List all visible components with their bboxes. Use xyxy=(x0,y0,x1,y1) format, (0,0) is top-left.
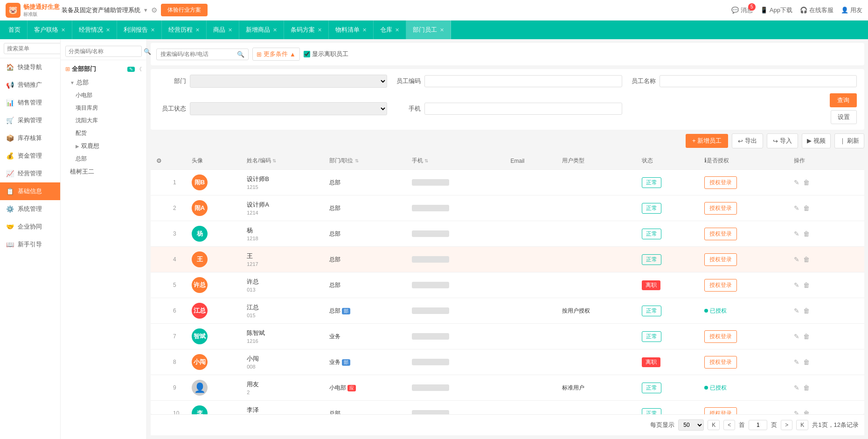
next-page-btn[interactable]: > xyxy=(781,420,792,430)
edit-icon[interactable]: ✎ xyxy=(794,307,799,314)
edit-icon[interactable]: ✎ xyxy=(794,358,799,366)
tab-goods[interactable]: 商品 ✕ xyxy=(207,21,239,39)
sidebar-item-collab[interactable]: 🤝 企业协同 xyxy=(0,218,60,236)
row-avatar[interactable]: 闹B xyxy=(186,170,241,195)
row-name-code[interactable]: 杨1218 xyxy=(241,221,324,247)
show-former-checkbox[interactable] xyxy=(304,51,310,57)
sidebar-item-guide[interactable]: 📖 新手引导 xyxy=(0,236,60,253)
sort-name-icon[interactable]: ⇅ xyxy=(272,158,276,163)
filter-phone-input[interactable] xyxy=(424,103,622,115)
row-name-code[interactable]: 江总015 xyxy=(241,298,324,324)
row-name-code[interactable]: 陈智斌1216 xyxy=(241,324,324,349)
export-btn[interactable]: ↩ 导出 xyxy=(732,133,763,148)
auth-login-btn[interactable]: 授权登录 xyxy=(704,356,737,369)
th-name-code[interactable]: 姓名/编码 ⇅ xyxy=(241,152,324,170)
edit-icon[interactable]: ✎ xyxy=(794,179,799,186)
tab-customer-close[interactable]: ✕ xyxy=(61,27,65,33)
view-btn[interactable]: ▶ 视频 xyxy=(802,133,830,148)
sort-phone-icon[interactable]: ⇅ xyxy=(424,158,428,163)
delete-icon[interactable]: 🗑 xyxy=(803,256,810,263)
row-avatar[interactable]: 许总 xyxy=(186,272,241,298)
tab-barcode-close[interactable]: ✕ xyxy=(318,27,322,33)
tab-operation[interactable]: 经营情况 ✕ xyxy=(72,21,117,39)
emp-search-input[interactable] xyxy=(160,51,235,57)
row-name-code[interactable]: 许总013 xyxy=(241,272,324,298)
user-area[interactable]: 👤 用友 xyxy=(841,6,862,14)
dept-sub-item-project[interactable]: 项目库房 xyxy=(61,102,146,114)
prev-page-btn[interactable]: < xyxy=(723,420,735,430)
row-auth[interactable]: 授权登录 xyxy=(699,401,788,415)
import-btn[interactable]: ↪ 导入 xyxy=(767,133,798,148)
auth-login-btn[interactable]: 授权登录 xyxy=(704,176,737,189)
auth-login-btn[interactable]: 授权登录 xyxy=(704,202,737,215)
edit-icon[interactable]: ✎ xyxy=(794,333,799,340)
row-avatar[interactable]: 杨 xyxy=(186,221,241,247)
sidebar-item-sales[interactable]: 📊 销售管理 xyxy=(0,94,60,111)
print-btn[interactable]: ｜ 刷新 xyxy=(834,133,864,148)
sort-dept-icon[interactable]: ⇅ xyxy=(355,158,359,163)
row-auth[interactable]: 授权登录 xyxy=(699,195,788,221)
sidebar-item-purchase[interactable]: 🛒 采购管理 xyxy=(0,111,60,129)
tab-goods-close[interactable]: ✕ xyxy=(228,27,232,33)
sidebar-search-input[interactable] xyxy=(4,43,61,54)
edit-icon[interactable]: ✎ xyxy=(794,256,799,263)
tab-warehouse[interactable]: 仓库 ✕ xyxy=(374,21,406,39)
row-avatar[interactable]: 李 xyxy=(186,401,241,415)
tab-customer[interactable]: 客户联络 ✕ xyxy=(28,21,72,39)
settings-icon[interactable]: ⚙ xyxy=(151,6,157,14)
filter-dept-select[interactable] xyxy=(190,75,387,88)
row-name-code[interactable]: 用友2 xyxy=(241,375,324,401)
row-name-code[interactable]: 设计师A1214 xyxy=(241,195,324,221)
sidebar-item-finance[interactable]: 💰 资金管理 xyxy=(0,147,60,165)
all-dept-label[interactable]: 全部部门 xyxy=(72,65,125,73)
delete-icon[interactable]: 🗑 xyxy=(803,410,810,414)
edit-icon[interactable]: ✎ xyxy=(794,230,799,237)
tab-profit[interactable]: 利润报告 ✕ xyxy=(117,21,162,39)
sidebar-item-marketing[interactable]: 📢 营销推广 xyxy=(0,76,60,94)
row-auth[interactable]: 授权登录 xyxy=(699,170,788,195)
last-page-btn[interactable]: K xyxy=(796,420,808,430)
row-auth[interactable]: 授权登录 xyxy=(699,349,788,375)
edit-icon[interactable]: ✎ xyxy=(794,410,799,414)
th-dept[interactable]: 部门/职位 ⇅ xyxy=(324,152,406,170)
delete-icon[interactable]: 🗑 xyxy=(803,384,810,391)
tab-history[interactable]: 经营历程 ✕ xyxy=(162,21,207,39)
auth-login-btn[interactable]: 授权登录 xyxy=(704,330,737,343)
edit-icon[interactable]: ✎ xyxy=(794,384,799,391)
tab-barcode[interactable]: 条码方案 ✕ xyxy=(284,21,329,39)
auth-login-btn[interactable]: 授权登录 xyxy=(704,407,737,415)
row-avatar[interactable]: 👤 xyxy=(186,375,241,401)
row-auth[interactable]: 授权登录 xyxy=(699,272,788,298)
delete-icon[interactable]: 🗑 xyxy=(803,307,810,314)
row-avatar[interactable]: 闹A xyxy=(186,195,241,221)
tab-operation-close[interactable]: ✕ xyxy=(106,27,110,33)
dept-sub-item-hq2[interactable]: 总部 xyxy=(61,153,146,165)
filter-more-btn[interactable]: ⊞ 更多条件 ▲ xyxy=(252,48,300,61)
row-avatar[interactable]: 小闯 xyxy=(186,349,241,375)
per-page-select[interactable]: 50 20 100 xyxy=(678,419,704,431)
tab-dept-employee-close[interactable]: ✕ xyxy=(440,27,444,33)
th-phone[interactable]: 手机 ⇅ xyxy=(406,152,505,170)
edit-icon[interactable]: ✎ xyxy=(794,281,799,289)
app-download-area[interactable]: 📱 App下载 xyxy=(760,6,792,14)
sidebar-item-inventory[interactable]: 📦 库存核算 xyxy=(0,129,60,147)
row-name-code[interactable]: 王1217 xyxy=(241,247,324,272)
row-auth[interactable]: 授权登录 xyxy=(699,221,788,247)
tab-home[interactable]: 首页 xyxy=(2,21,28,39)
tab-bom[interactable]: 物料清单 ✕ xyxy=(329,21,374,39)
dept-sub-item-small-elec[interactable]: 小电部 xyxy=(61,89,146,102)
filter-code-input[interactable] xyxy=(424,75,622,87)
auth-login-btn[interactable]: 授权登录 xyxy=(704,253,737,266)
row-avatar[interactable]: 江总 xyxy=(186,298,241,324)
row-auth[interactable]: 已授权 xyxy=(699,298,788,324)
page-input[interactable] xyxy=(749,420,767,430)
dept-item-shuanglu[interactable]: ▶ 双鹿想 xyxy=(61,139,146,153)
edit-icon[interactable]: ✎ xyxy=(794,204,799,212)
tab-profit-close[interactable]: ✕ xyxy=(151,27,155,33)
delete-icon[interactable]: 🗑 xyxy=(803,358,810,366)
tab-warehouse-close[interactable]: ✕ xyxy=(395,27,399,33)
sidebar-item-base-info[interactable]: 📋 基础信息 xyxy=(0,182,60,200)
delete-icon[interactable]: 🗑 xyxy=(803,230,810,237)
dept-sub-item-shenyang[interactable]: 沈阳大库 xyxy=(61,114,146,127)
tab-add-goods[interactable]: 新增商品 ✕ xyxy=(239,21,284,39)
